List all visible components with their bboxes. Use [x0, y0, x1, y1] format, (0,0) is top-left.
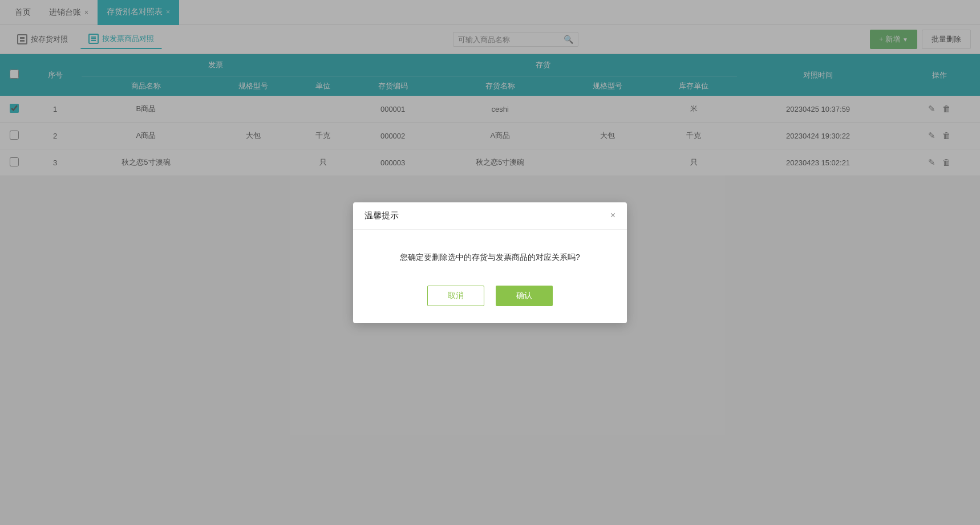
modal-overlay: 温馨提示 × 您确定要删除选中的存货与发票商品的对应关系吗? 取消 确认	[0, 0, 980, 176]
